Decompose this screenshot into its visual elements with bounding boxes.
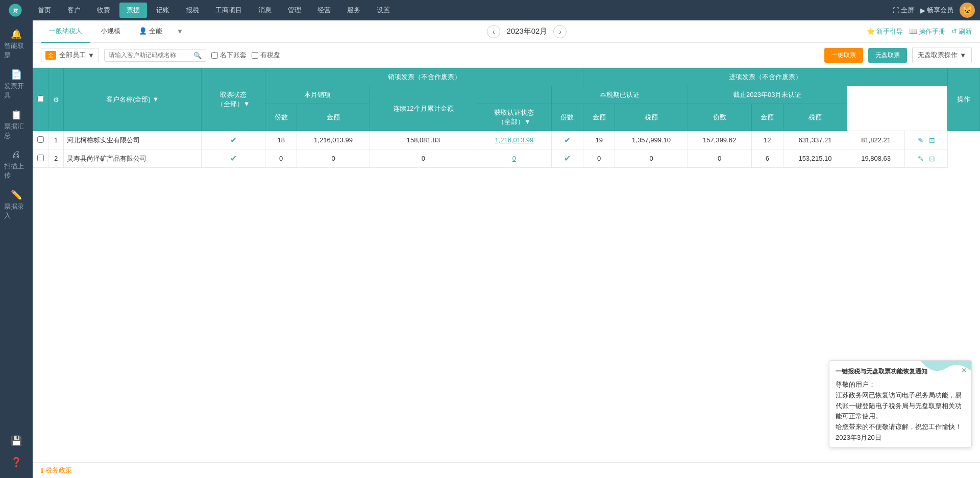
nav-tax[interactable]: 报税: [179, 3, 206, 18]
tax-disk-checkbox-label[interactable]: 有税盘: [252, 51, 280, 60]
summary-icon: 📋: [11, 109, 22, 120]
row2-cert-count: 0: [583, 149, 615, 168]
nav-business[interactable]: 工商项目: [208, 3, 249, 18]
tab-all-icon: 👤: [139, 27, 147, 35]
new-guide-btn[interactable]: ⭐ 新手引导: [867, 27, 903, 36]
row2-edit-icon[interactable]: ✎: [918, 155, 924, 163]
th-sales-count: 份数: [265, 104, 297, 131]
sidebar-item-summary[interactable]: 📋 票据汇总: [2, 105, 31, 144]
tab-small-scale[interactable]: 小规模: [92, 20, 129, 43]
nav-items: 首页 客户 收费 票据 记账 报税 工商项目 消息 管理 经营 服务 设置: [31, 3, 893, 18]
sidebar-item-open-invoice[interactable]: 📄 发票开具: [2, 65, 31, 104]
tab-all[interactable]: 👤 全能: [131, 20, 170, 43]
row1-actions: ✎ ⊡: [905, 131, 948, 149]
row1-uncert-tax: 81,822.21: [847, 131, 904, 149]
tabs-right-actions: ⭐ 新手引导 📖 操作手册 ↺ 刷新: [867, 27, 972, 36]
book-icon: 📖: [909, 28, 917, 35]
row2-uncert-amount: 153,215.10: [783, 149, 847, 168]
app-logo: 财: [5, 0, 26, 20]
notification-greeting: 尊敬的用户：: [836, 380, 965, 390]
sidebar-item-scan[interactable]: 🖨 扫描上传: [2, 145, 31, 184]
nav-operation[interactable]: 经营: [310, 3, 338, 18]
refresh-btn[interactable]: ↺ 刷新: [951, 27, 972, 36]
tab-more-btn[interactable]: ▼: [173, 23, 187, 39]
row2-uncert-tax: 19,808.63: [847, 149, 904, 168]
nav-customer[interactable]: 客户: [60, 3, 88, 18]
th-cert-amount: 金额: [583, 104, 615, 131]
info-icon: ℹ: [41, 467, 43, 474]
row1-check[interactable]: [37, 136, 44, 143]
nav-message[interactable]: 消息: [251, 3, 279, 18]
no-disk-ops-btn[interactable]: 无盘取票操作 ▼: [912, 47, 972, 63]
nav-home[interactable]: 首页: [31, 3, 58, 18]
th-cert-count: 份数: [551, 104, 583, 131]
tab-general-taxpayer[interactable]: 一般纳税人: [41, 20, 90, 43]
row2-checkbox[interactable]: [33, 149, 48, 168]
employee-dropdown-icon: ▼: [88, 52, 94, 59]
row1-ticket-status: ✔: [202, 131, 265, 149]
row2-cert-tax: 0: [688, 149, 751, 168]
ops-dropdown-icon: ▼: [960, 52, 966, 59]
top-nav: 财 首页 客户 收费 票据 记账 报税 工商项目 消息 管理 经营 服务 设置 …: [0, 0, 980, 20]
tax-policy-link[interactable]: ℹ 税务政策: [41, 466, 72, 475]
nav-management[interactable]: 管理: [281, 3, 308, 18]
row1-cert-amount: 1,357,999.10: [615, 131, 688, 149]
nav-bookkeeping[interactable]: 记账: [149, 3, 177, 18]
row1-cumulative-link[interactable]: 1,216,013.99: [495, 136, 533, 144]
member-btn[interactable]: ▶ 畅享会员: [920, 6, 953, 15]
employee-select[interactable]: 全 全部员工 ▼: [41, 48, 99, 62]
period-prev-btn[interactable]: ‹: [487, 25, 500, 38]
row2-check[interactable]: [37, 155, 44, 161]
sidebar-item-smart-ticket[interactable]: 🔔 智能取票: [2, 24, 31, 64]
row1-uncert-count: 12: [751, 131, 783, 149]
row2-no: 2: [48, 149, 64, 168]
select-all-checkbox[interactable]: [37, 95, 44, 102]
period-next-btn[interactable]: ›: [553, 25, 567, 38]
nav-fee[interactable]: 收费: [90, 3, 117, 18]
row1-cumulative: 1,216,013.99: [477, 131, 552, 149]
account-checkbox-label[interactable]: 名下账套: [211, 51, 247, 60]
filter-bar: 全 全部员工 ▼ 🔍 名下账套 有税盘 一键取票 无盘取票 无盘取票操作 ▼: [33, 43, 980, 68]
row1-view-icon[interactable]: ⊡: [929, 136, 935, 144]
nav-invoice[interactable]: 票据: [119, 3, 147, 18]
table-row: 2 灵寿县尚泽矿产品有限公司 ✔ 0 0 0 0 ✔: [33, 149, 980, 168]
sidebar-item-entry[interactable]: ✏️ 票据录入: [2, 185, 31, 224]
row2-view-icon[interactable]: ⊡: [929, 155, 935, 163]
notification-close-btn[interactable]: ✕: [961, 365, 967, 376]
sidebar-download[interactable]: 💾: [2, 431, 31, 450]
nav-settings[interactable]: 设置: [370, 3, 397, 18]
nav-service[interactable]: 服务: [340, 3, 368, 18]
no-disk-ticket-btn[interactable]: 无盘取票: [868, 48, 907, 63]
row2-sales-count: 0: [265, 149, 297, 168]
sidebar-help[interactable]: ❓: [2, 452, 31, 472]
notification-text: 江苏政务网已恢复访问电子税务局功能，易代账一键登陆电子税务局与无盘取票相关功能可…: [836, 390, 965, 422]
help-icon: ❓: [11, 457, 22, 468]
tax-disk-checkbox[interactable]: [252, 52, 258, 59]
fullscreen-btn[interactable]: ⛶ 全屏: [893, 6, 914, 15]
search-input[interactable]: [109, 52, 191, 59]
search-icon[interactable]: 🔍: [193, 52, 202, 59]
th-ticket-status: 取票状态（全部）▼: [202, 68, 265, 131]
table-body: 1 河北柯橹栎实业有限公司 ✔ 18 1,216,013.99 158,081.…: [33, 131, 980, 168]
th-certified-period: 本税期已认证: [551, 86, 688, 104]
row1-sales-tax: 158,081.83: [370, 131, 477, 149]
row1-checkbox[interactable]: [33, 131, 48, 149]
row2-cumulative-link[interactable]: 0: [512, 155, 516, 162]
account-checkbox[interactable]: [211, 52, 218, 59]
row1-edit-icon[interactable]: ✎: [918, 136, 924, 144]
gear-icon[interactable]: ⚙: [53, 96, 59, 104]
row2-cert-status: ✔: [551, 149, 583, 168]
refresh-icon: ↺: [951, 28, 957, 35]
fullscreen-icon: ⛶: [893, 7, 899, 14]
search-box: 🔍: [104, 49, 206, 62]
manual-btn[interactable]: 📖 操作手册: [909, 27, 945, 36]
row1-no: 1: [48, 131, 64, 149]
row1-sales-count: 18: [265, 131, 297, 149]
chevron-down-icon: ▼: [177, 28, 183, 35]
one-click-ticket-btn[interactable]: 一键取票: [824, 48, 863, 63]
user-avatar[interactable]: 🐱: [960, 3, 975, 18]
table-group-header-row: ⚙ 客户名称(全部) ▼ 取票状态（全部）▼ 销项发票（不含作废票） 进项发票（…: [33, 68, 980, 86]
open-invoice-icon: 📄: [11, 69, 22, 80]
notification-apology: 给您带来的不便敬请谅解，祝您工作愉快！: [836, 422, 965, 433]
row1-cert-circle-icon: ✔: [564, 136, 571, 144]
